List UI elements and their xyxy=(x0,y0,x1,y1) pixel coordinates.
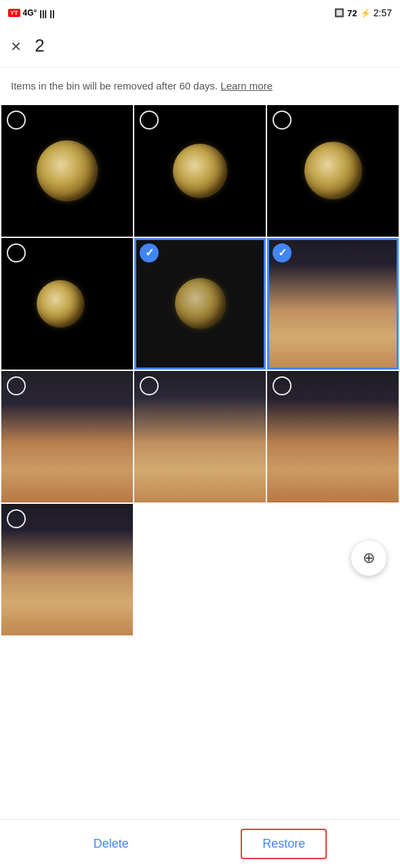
select-circle-3[interactable] xyxy=(273,111,292,130)
signal-bars-2: || xyxy=(49,8,54,18)
photo-cell-9[interactable] xyxy=(267,371,399,502)
info-text: Items in the bin will be removed after 6… xyxy=(11,80,218,92)
photo-cell-7[interactable] xyxy=(1,371,133,502)
select-circle-4[interactable] xyxy=(7,243,26,262)
select-circle-2[interactable] xyxy=(140,111,159,130)
close-button[interactable]: × xyxy=(11,37,21,55)
photo-cell-3[interactable] xyxy=(267,105,399,237)
photo-cell-2[interactable] xyxy=(134,105,266,237)
battery-level: 72 xyxy=(347,8,357,18)
status-bar-right: 🔲 72 ⚡ 2:57 xyxy=(334,7,392,18)
select-circle-9[interactable] xyxy=(273,376,292,395)
select-circle-5[interactable]: ✓ xyxy=(140,243,159,262)
photo-cell-8[interactable] xyxy=(134,371,266,502)
selection-count: 2 xyxy=(35,35,44,56)
bottom-action-bar: Delete Restore xyxy=(0,819,400,868)
select-circle-6[interactable]: ✓ xyxy=(273,243,292,262)
charging-icon: ⚡ xyxy=(360,8,371,18)
restore-button[interactable]: Restore xyxy=(241,829,327,859)
zoom-icon: ⊕ xyxy=(363,549,375,567)
battery-icon: 🔲 xyxy=(334,8,344,18)
signal-bars-1: ||| xyxy=(39,8,47,18)
photo-cell-6[interactable]: ✓ xyxy=(267,238,399,370)
photo-cell-5[interactable]: ✓ xyxy=(134,238,266,370)
app-bar: × 2 xyxy=(0,24,400,68)
select-circle-10[interactable] xyxy=(7,509,26,528)
select-circle-7[interactable] xyxy=(7,376,26,395)
photo-cell-10[interactable] xyxy=(1,504,133,635)
youtube-icon: YT xyxy=(8,9,20,17)
select-circle-8[interactable] xyxy=(140,376,159,395)
photo-cell-4[interactable] xyxy=(1,238,133,370)
delete-button[interactable]: Delete xyxy=(73,830,149,858)
status-bar: YT 4G° ||| || 🔲 72 ⚡ 2:57 xyxy=(0,0,400,24)
learn-more-link[interactable]: Learn more xyxy=(220,80,273,92)
select-circle-1[interactable] xyxy=(7,111,26,130)
photo-grid: ✓ ✓ xyxy=(0,104,400,637)
check-mark-6: ✓ xyxy=(278,248,287,258)
status-bar-left: YT 4G° ||| || xyxy=(8,8,55,18)
time-display: 2:57 xyxy=(374,7,392,18)
zoom-fab-button[interactable]: ⊕ xyxy=(351,540,386,576)
signal-4g: 4G° xyxy=(23,8,37,18)
photo-cell-1[interactable] xyxy=(1,105,133,237)
check-mark-5: ✓ xyxy=(145,248,154,258)
photo-grid-wrapper: ✓ ✓ xyxy=(0,104,400,637)
info-banner: Items in the bin will be removed after 6… xyxy=(0,68,400,104)
